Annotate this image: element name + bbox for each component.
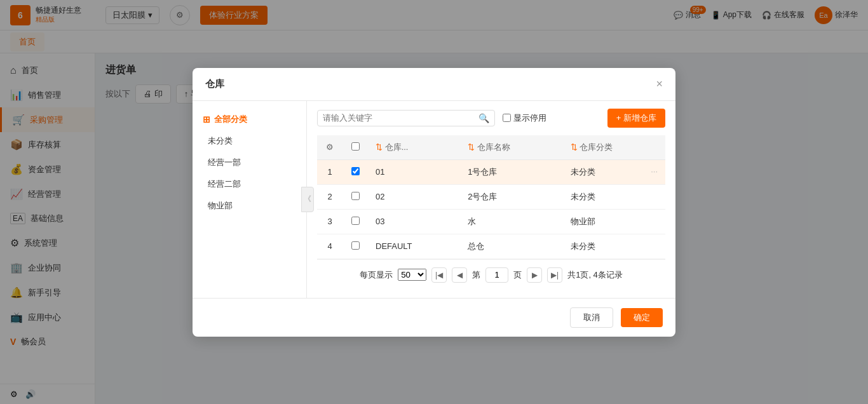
row-name: 总仓 <box>460 234 562 259</box>
row-checkbox-cell[interactable] <box>342 209 368 234</box>
row-checkbox-cell[interactable] <box>342 184 368 209</box>
search-input[interactable] <box>323 113 475 123</box>
category-panel: ⊞ 全部分类 《 未分类 经营一部 经营二部 物业部 <box>193 101 307 298</box>
table-toolbar: 🔍 显示停用 + 新增仓库 <box>317 109 665 128</box>
row-checkbox[interactable] <box>351 241 360 250</box>
page-input[interactable] <box>485 267 508 283</box>
prev-page-button[interactable]: ◀ <box>452 267 467 283</box>
per-page-select[interactable]: 50 10 20 100 <box>398 269 426 281</box>
show-disabled-checkbox[interactable]: 显示停用 <box>503 112 546 124</box>
row-checkbox[interactable] <box>351 167 360 175</box>
table-row[interactable]: 1 01 1号仓库 未分类··· <box>317 159 665 184</box>
row-checkbox-cell[interactable] <box>342 234 368 259</box>
cancel-button[interactable]: 取消 <box>570 307 613 328</box>
show-disabled-input[interactable] <box>503 114 511 122</box>
row-checkbox-cell[interactable] <box>342 159 368 184</box>
search-box: 🔍 <box>317 110 495 126</box>
dialog-header: 仓库 × <box>193 68 675 101</box>
sort-icon3: ⇅ <box>571 142 578 152</box>
dialog-body: ⊞ 全部分类 《 未分类 经营一部 经营二部 物业部 <box>193 101 675 298</box>
last-page-button[interactable]: ▶| <box>547 267 562 283</box>
category-unclassified[interactable]: 未分类 <box>193 130 306 152</box>
category-property[interactable]: 物业部 <box>193 195 306 217</box>
confirm-button[interactable]: 确定 <box>621 308 663 327</box>
col-code[interactable]: ⇅ 仓库... <box>368 135 460 160</box>
category-operations-1[interactable]: 经营一部 <box>193 152 306 173</box>
dialog-title: 仓库 <box>205 78 224 90</box>
col-name[interactable]: ⇅ 仓库名称 <box>460 135 562 160</box>
row-index: 2 <box>317 184 342 209</box>
all-category-button[interactable]: ⊞ 全部分类 <box>193 109 306 130</box>
row-code: 01 <box>368 159 460 184</box>
dialog-overlay: 仓库 × ⊞ 全部分类 《 未分类 经营一部 经营二部 <box>0 0 868 404</box>
dialog-footer: 取消 确定 <box>193 298 675 337</box>
first-page-button[interactable]: |◀ <box>431 267 447 283</box>
category-operations-2[interactable]: 经营二部 <box>193 173 306 195</box>
row-checkbox[interactable] <box>351 192 360 200</box>
row-index: 4 <box>317 234 342 259</box>
col-checkbox <box>342 135 368 160</box>
per-page-label: 每页显示 <box>360 269 393 281</box>
row-code: DEFAULT <box>368 234 460 259</box>
total-info: 共1页, 4条记录 <box>567 269 623 281</box>
row-category: 未分类 <box>563 184 665 209</box>
col-category[interactable]: ⇅ 仓库分类 <box>563 135 665 160</box>
sort-icon2: ⇅ <box>468 142 475 152</box>
warehouse-table: ⚙ ⇅ 仓库... ⇅ 仓库名称 <box>317 135 665 259</box>
search-icon[interactable]: 🔍 <box>478 113 489 123</box>
collapse-panel-button[interactable]: 《 <box>301 187 314 212</box>
row-category: 未分类··· <box>563 159 665 184</box>
table-row[interactable]: 2 02 2号仓库 未分类 <box>317 184 665 209</box>
row-index: 3 <box>317 209 342 234</box>
row-name: 1号仓库 <box>460 159 562 184</box>
row-code: 02 <box>368 184 460 209</box>
close-button[interactable]: × <box>656 78 663 90</box>
select-all-checkbox[interactable] <box>351 142 360 151</box>
row-index: 1 <box>317 159 342 184</box>
row-category: 未分类 <box>563 234 665 259</box>
col-settings: ⚙ <box>317 135 342 160</box>
next-page-button[interactable]: ▶ <box>527 267 542 283</box>
add-warehouse-button[interactable]: + 新增仓库 <box>607 109 665 128</box>
page-label: 第 <box>472 269 480 281</box>
page-unit: 页 <box>513 269 522 281</box>
grid-icon: ⊞ <box>203 114 210 125</box>
row-checkbox[interactable] <box>351 217 360 225</box>
row-code: 03 <box>368 209 460 234</box>
table-row[interactable]: 3 03 水 物业部 <box>317 209 665 234</box>
warehouse-dialog: 仓库 × ⊞ 全部分类 《 未分类 经营一部 经营二部 <box>193 68 675 337</box>
sort-icon: ⇅ <box>376 142 383 152</box>
table-panel: 🔍 显示停用 + 新增仓库 ⚙ <box>307 101 675 298</box>
table-row[interactable]: 4 DEFAULT 总仓 未分类 <box>317 234 665 259</box>
row-name: 2号仓库 <box>460 184 562 209</box>
row-name: 水 <box>460 209 562 234</box>
pagination: 每页显示 50 10 20 100 |◀ ◀ 第 页 ▶ ▶| 共1页, 4条记… <box>317 259 665 290</box>
row-category: 物业部 <box>563 209 665 234</box>
